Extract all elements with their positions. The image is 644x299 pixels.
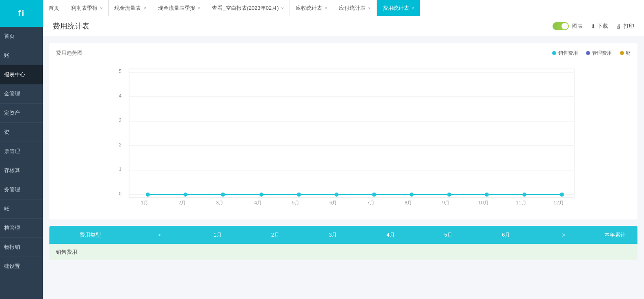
- chart-dot-feb: [183, 193, 187, 197]
- page-title: 费用统计表: [53, 21, 89, 31]
- table-header: 费用类型 < 1月 2月 3月 4月 5月: [49, 226, 637, 244]
- chart-header: 费用趋势图 销售费用 管理费用 财: [56, 49, 631, 57]
- tab-bar: 首页 利润表季报 × 现金流量表 × 现金流量表季报 × 查看_空白报表(202…: [43, 0, 644, 16]
- chart-dot-oct: [485, 193, 489, 197]
- svg-text:8月: 8月: [405, 200, 412, 206]
- th-nav-next[interactable]: >: [535, 232, 593, 238]
- chart-dot-aug: [410, 193, 414, 197]
- tab-close-cashflow[interactable]: ×: [143, 6, 146, 11]
- tab-home[interactable]: 首页: [43, 0, 65, 16]
- legend-label-admin: 管理费用: [592, 50, 612, 57]
- tab-expense-stat[interactable]: 费用统计表 ×: [377, 0, 420, 16]
- svg-rect-12: [129, 69, 574, 197]
- td-type: 销售费用: [49, 248, 131, 256]
- chart-dot-jul: [372, 193, 376, 197]
- chart-toggle[interactable]: [553, 22, 569, 30]
- th-total: 本年累计: [593, 231, 637, 239]
- legend-dot-admin: [586, 51, 590, 55]
- chart-area: 5 4 3 2 1 0: [56, 61, 631, 213]
- tab-blank[interactable]: 查看_空白报表(2023年02月) ×: [206, 0, 290, 16]
- svg-text:4月: 4月: [254, 200, 262, 206]
- tab-close-profit[interactable]: ×: [100, 6, 103, 11]
- chart-toggle-label: 图表: [572, 22, 583, 30]
- legend-finance: 财: [620, 50, 631, 57]
- chart-dot-apr: [259, 193, 263, 197]
- download-button[interactable]: ⬇ 下载: [591, 22, 608, 30]
- tab-cashflow[interactable]: 现金流量表 ×: [109, 0, 152, 16]
- legend-label-finance: 财: [626, 50, 631, 57]
- svg-text:7月: 7月: [367, 200, 375, 206]
- tab-close-cashflow-q[interactable]: ×: [198, 6, 200, 11]
- sidebar-item-inventory[interactable]: 存核算: [0, 161, 43, 180]
- legend-dot-sales: [552, 51, 556, 55]
- tab-close-receivable[interactable]: ×: [325, 6, 327, 11]
- tab-payable[interactable]: 应付统计表 ×: [333, 0, 377, 16]
- sidebar-item-archive[interactable]: 档管理: [0, 219, 43, 238]
- sidebar-item-ledger[interactable]: 账: [0, 199, 43, 219]
- chart-dot-may: [297, 193, 301, 197]
- download-icon: ⬇: [591, 23, 595, 29]
- sidebar-logo: fi: [0, 0, 43, 27]
- svg-text:1: 1: [119, 166, 122, 172]
- sidebar-item-account[interactable]: 账: [0, 46, 43, 65]
- tab-cashflow-q[interactable]: 现金流量表季报 ×: [152, 0, 206, 16]
- th-month-4: 4月: [362, 231, 419, 239]
- sidebar-item-reports[interactable]: 报表中心: [0, 65, 43, 84]
- th-month-1: 1月: [189, 231, 246, 239]
- svg-text:12月: 12月: [553, 200, 564, 206]
- chart-toggle-wrap: 图表: [553, 22, 583, 30]
- sidebar: fi 首页 账 报表中心 金管理 定资产 资 票管理 存核算 务管理 账 档管理…: [0, 0, 43, 299]
- svg-text:3月: 3月: [216, 200, 224, 206]
- main-area: 首页 利润表季报 × 现金流量表 × 现金流量表季报 × 查看_空白报表(202…: [43, 0, 644, 299]
- legend-label-sales: 销售费用: [558, 50, 578, 57]
- sidebar-item-fund[interactable]: 资: [0, 123, 43, 142]
- svg-text:6月: 6月: [330, 200, 337, 206]
- print-icon: 🖨: [616, 23, 622, 29]
- th-month-2: 2月: [247, 231, 304, 239]
- tab-profit[interactable]: 利润表季报 ×: [65, 0, 109, 16]
- sidebar-item-business[interactable]: 务管理: [0, 180, 43, 199]
- svg-text:4: 4: [119, 93, 122, 99]
- sidebar-item-home[interactable]: 首页: [0, 27, 43, 46]
- sidebar-item-bills[interactable]: 票管理: [0, 142, 43, 161]
- sidebar-item-settings[interactable]: 础设置: [0, 257, 43, 276]
- th-nav-prev[interactable]: <: [131, 232, 189, 238]
- chart-title: 费用趋势图: [56, 49, 82, 57]
- sidebar-item-assets[interactable]: 定资产: [0, 104, 43, 123]
- chart-section: 费用趋势图 销售费用 管理费用 财: [49, 43, 637, 219]
- svg-text:5月: 5月: [292, 200, 300, 206]
- tab-close-blank[interactable]: ×: [281, 6, 284, 11]
- next-arrow-icon[interactable]: >: [562, 232, 565, 238]
- th-type: 费用类型: [49, 231, 131, 239]
- prev-arrow-icon[interactable]: <: [158, 232, 162, 238]
- chart-dot-jun: [334, 193, 339, 197]
- chart-dot-sep: [447, 193, 451, 197]
- print-button[interactable]: 🖨 打印: [616, 22, 634, 30]
- page-content: 费用统计表 图表 ⬇ 下载 🖨 打印 费用趋势图: [43, 16, 644, 299]
- sidebar-item-finance[interactable]: 金管理: [0, 84, 43, 104]
- svg-text:9月: 9月: [442, 200, 450, 206]
- chart-dot-mar: [221, 193, 225, 197]
- tab-close-payable[interactable]: ×: [368, 6, 370, 11]
- chart-dot-nov: [522, 193, 526, 197]
- table-row: 销售费用: [49, 244, 637, 260]
- svg-text:1月: 1月: [141, 200, 149, 206]
- svg-text:0: 0: [119, 191, 122, 197]
- legend-sales: 销售费用: [552, 50, 578, 57]
- tab-close-expense-stat[interactable]: ×: [412, 6, 414, 11]
- header-actions: 图表 ⬇ 下载 🖨 打印: [553, 22, 634, 30]
- svg-text:11月: 11月: [516, 200, 526, 206]
- legend-dot-finance: [620, 51, 624, 55]
- th-month-3: 3月: [304, 231, 362, 239]
- page-header: 费用统计表 图表 ⬇ 下载 🖨 打印: [43, 16, 644, 36]
- svg-text:2月: 2月: [178, 200, 186, 206]
- svg-text:10月: 10月: [478, 200, 488, 206]
- chart-dot-dec: [560, 193, 564, 197]
- tab-receivable[interactable]: 应收统计表 ×: [290, 0, 333, 16]
- sidebar-item-expense[interactable]: 畅报销: [0, 238, 43, 257]
- legend-admin: 管理费用: [586, 50, 612, 57]
- chart-dot-jan: [146, 193, 150, 197]
- table-section: 费用类型 < 1月 2月 3月 4月 5月: [49, 226, 637, 260]
- chart-legend: 销售费用 管理费用 财: [552, 50, 631, 57]
- th-month-5: 5月: [419, 231, 477, 239]
